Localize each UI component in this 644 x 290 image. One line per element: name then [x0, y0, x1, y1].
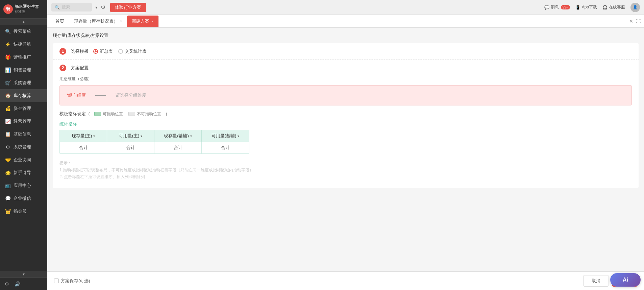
search-icon: 🔍: [55, 5, 60, 10]
sidebar-item-appcenter[interactable]: 📺 应用中心: [0, 179, 47, 192]
finance-icon: 💰: [5, 105, 11, 112]
tab-expand-icon[interactable]: ⛶: [636, 19, 641, 24]
topbar: 🔍 搜索 ▾ ⚙ 体验行业方案 💬 消息 99+ 📱 App下载 🎧 在线客服 …: [47, 0, 644, 15]
main-content: 🔍 搜索 ▾ ⚙ 体验行业方案 💬 消息 99+ 📱 App下载 🎧 在线客服 …: [47, 0, 644, 290]
sidebar-item-enterprise[interactable]: 🤝 企业协同: [0, 153, 47, 166]
sidebar-item-label: 畅会员: [14, 208, 27, 214]
sidebar-item-finance[interactable]: 💰 资金管理: [0, 102, 47, 115]
sidebar-item-label: 库存核算: [14, 93, 31, 99]
tab-inventory[interactable]: 现存量（库存状况表） ×: [69, 16, 127, 27]
col-header-3[interactable]: 可用量(基辅) ▾: [202, 130, 249, 142]
tips-section: 提示： 1.拖动标题栏可以调整布局，不可跨维度或指标区域拖动栏目字段（只能在同一…: [59, 160, 632, 180]
app-logo-icon: 畅: [3, 4, 13, 14]
topbar-search[interactable]: 🔍 搜索: [51, 3, 92, 11]
sidebar-item-basics[interactable]: 📋 基础信息: [0, 128, 47, 141]
tab-home[interactable]: 首页: [51, 16, 69, 27]
messages-badge: 99+: [561, 5, 570, 9]
cell-0-2: 合计: [154, 142, 202, 153]
sidebar-scroll-up[interactable]: ▲: [0, 19, 47, 25]
ai-bubble[interactable]: Ai: [610, 273, 641, 287]
dimension-placeholder[interactable]: 请选择分组维度: [116, 92, 146, 98]
sidebar-scroll-down[interactable]: ▼: [0, 271, 47, 277]
step2-label: 方案配置: [71, 65, 89, 71]
marketing-icon: 🎁: [5, 54, 11, 60]
cell-0-3: 合计: [202, 142, 249, 153]
cell-0-1: 合计: [107, 142, 154, 153]
wechat-icon: 💬: [5, 195, 11, 201]
radio-summary-dot: [93, 49, 98, 54]
tips-item-0: 1.拖动标题栏可以调整布局，不可跨维度或指标区域拖动栏目字段（只能在同一维度或指…: [59, 167, 632, 173]
sidebar-item-inventory[interactable]: 🏠 库存核算: [0, 89, 47, 102]
radio-cross-dot: [118, 49, 123, 54]
col-header-2[interactable]: 现存量(基辅) ▾: [154, 130, 202, 142]
step1-badge: 1: [59, 48, 66, 55]
tab-new-scheme[interactable]: 新建方案 ×: [127, 16, 158, 27]
customer-service-item[interactable]: 🎧 在线客服: [602, 4, 625, 10]
sidebar-item-label: 基础信息: [14, 131, 31, 137]
system-icon: ⚙: [5, 144, 11, 150]
tips-item-1: 2. 点击标题栏下拉可设置排序、插入列和删除列: [59, 174, 632, 180]
settings-card: 1 选择模板 汇总表 交叉统计表 2 方案配置: [53, 43, 639, 188]
sidebar-item-marketing[interactable]: 🎁 营销推广: [0, 51, 47, 64]
trial-btn[interactable]: 体验行业方案: [110, 3, 146, 12]
sidebar-item-search[interactable]: 🔍 搜索菜单: [0, 25, 47, 38]
footer-bar: 方案保存(可选) 取消 查询: [47, 271, 644, 290]
sidebar-bottom: ⚙ 🔊: [0, 277, 47, 290]
app-download-item[interactable]: 📱 App下载: [575, 4, 597, 10]
messages-item[interactable]: 💬 消息 99+: [544, 4, 570, 10]
app-download-label: App下载: [582, 4, 597, 10]
settings-icon[interactable]: ⚙: [5, 281, 9, 287]
app-name: 畅康通好生意 标准版: [15, 4, 39, 14]
save-checkbox[interactable]: [54, 279, 59, 283]
stats-section: 统计指标 现存量(主) ▾ 可用量(主) ▾: [59, 121, 632, 155]
tab-close-all-icon[interactable]: ✕: [629, 19, 633, 24]
sidebar-item-label: 营销推广: [14, 54, 31, 60]
indicator-settings-label: 模板指标设定（: [59, 111, 90, 117]
tab-inventory-label: 现存量（库存状况表）: [74, 18, 118, 24]
col-header-0[interactable]: 现存量(主) ▾: [60, 130, 107, 142]
tab-home-label: 首页: [55, 18, 64, 24]
speaker-icon[interactable]: 🔊: [15, 281, 20, 287]
sidebar-item-label: 企业微信: [14, 195, 31, 201]
radio-summary-label: 汇总表: [100, 48, 113, 54]
sidebar-item-label: 搜索菜单: [14, 28, 31, 34]
messages-label: 消息: [551, 4, 559, 10]
user-avatar[interactable]: 👤: [630, 3, 640, 12]
sidebar-item-member[interactable]: 👑 畅会员: [0, 205, 47, 218]
sidebar-item-wechat[interactable]: 💬 企业微信: [0, 192, 47, 205]
member-icon: 👑: [5, 208, 11, 214]
sidebar-item-label: 资金管理: [14, 105, 31, 112]
sidebar-item-label: 应用中心: [14, 183, 31, 189]
topbar-right: 💬 消息 99+ 📱 App下载 🎧 在线客服 👤: [544, 3, 640, 12]
sidebar-logo: 畅 畅康通好生意 标准版: [0, 0, 47, 19]
sidebar-item-newguide[interactable]: 🌟 新手引导: [0, 166, 47, 179]
appcenter-icon: 📺: [5, 183, 11, 189]
col-header-3-label: 可用量(基辅): [212, 133, 237, 139]
sidebar-item-system[interactable]: ⚙ 系统管理: [0, 141, 47, 153]
tips-title: 提示：: [59, 160, 632, 166]
col-header-1-label: 可用量(主): [119, 133, 140, 139]
col-2-chevron: ▾: [190, 134, 192, 138]
radio-cross[interactable]: 交叉统计表: [118, 48, 147, 54]
tab-inventory-close[interactable]: ×: [120, 19, 122, 23]
radio-summary[interactable]: 汇总表: [93, 48, 113, 54]
sidebar-item-operations[interactable]: 📈 经营管理: [0, 115, 47, 128]
sidebar-nav: 🔍 搜索菜单 ⚡ 快捷导航 🎁 营销推广 📊 销售管理 🛒 采购管理 🏠 库存核…: [0, 25, 47, 271]
cancel-button[interactable]: 取消: [583, 275, 609, 287]
sidebar-item-label: 采购管理: [14, 80, 31, 86]
topbar-gear-icon[interactable]: ⚙: [101, 4, 105, 10]
save-option[interactable]: 方案保存(可选): [54, 278, 90, 284]
tab-new-scheme-close[interactable]: ×: [151, 19, 153, 23]
indicator-legend: 可拖动位置 不可拖动位置: [94, 111, 161, 117]
operations-icon: 📈: [5, 118, 11, 124]
page-content: 现存量(库存状况表)方案设置 1 选择模板 汇总表 交叉统计表: [47, 28, 644, 271]
dimension-box: *纵向维度 —— 请选择分组维度: [59, 85, 632, 105]
sidebar-item-sales[interactable]: 📊 销售管理: [0, 64, 47, 76]
ai-label: Ai: [623, 277, 628, 283]
sidebar-item-quicknav[interactable]: ⚡ 快捷导航: [0, 38, 47, 51]
sidebar-item-purchase[interactable]: 🛒 采购管理: [0, 76, 47, 89]
col-3-chevron: ▾: [238, 134, 239, 138]
col-header-1[interactable]: 可用量(主) ▾: [107, 130, 154, 142]
topbar-dropdown-icon[interactable]: ▾: [95, 5, 97, 10]
draggable-box: [94, 112, 101, 116]
